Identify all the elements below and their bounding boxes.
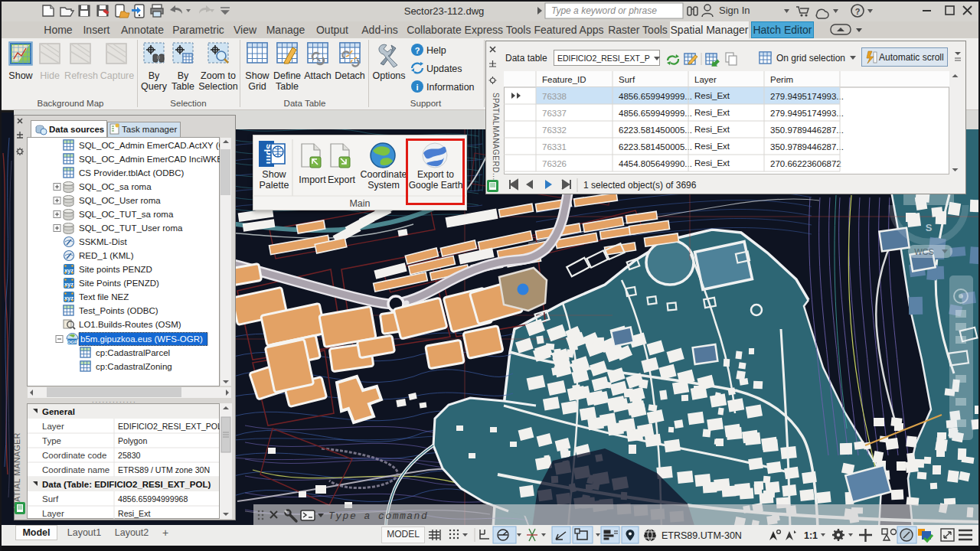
svg-text:4856.659949999...: 4856.659949999... [619,109,692,118]
svg-text:S: S [926,222,933,233]
svg-text:4856.659949999...: 4856.659949999... [619,92,692,101]
svg-text:ETRS89 / UTM zone 30N: ETRS89 / UTM zone 30N [118,465,210,474]
svg-text:Main: Main [349,198,370,209]
svg-text:270.66223606872: 270.66223606872 [770,159,841,168]
svg-text:4454.805649990...: 4454.805649990... [619,159,692,168]
svg-text:350.9789446287...: 350.9789446287... [770,142,844,152]
svg-text:Data sources: Data sources [49,125,104,134]
svg-text:RED_1 (KML): RED_1 (KML) [79,251,134,260]
svg-text:Layer: Layer [694,75,717,84]
svg-text:SQL_OC_User roma: SQL_OC_User roma [79,196,161,205]
svg-text:Layer: Layer [42,509,64,518]
svg-text:WCS: WCS [914,247,934,256]
svg-text:76332: 76332 [542,126,567,135]
svg-text:279.9495174993...: 279.9495174993... [770,92,844,101]
svg-text:Site Points (PENZD): Site Points (PENZD) [79,279,159,288]
svg-text:1 selected object(s) of 3696: 1 selected object(s) of 3696 [583,180,697,191]
svg-text:Type: Type [42,436,61,445]
svg-text:76326: 76326 [542,159,567,168]
svg-text:SQL_OC_Admin EmerCAD.ActXY (O: SQL_OC_Admin EmerCAD.ActXY (O [79,141,220,150]
svg-text:SSKML-Dist: SSKML-Dist [79,237,127,246]
svg-text:LO1.Builds-Routes (OSM): LO1.Builds-Routes (OSM) [79,320,181,329]
svg-text:6223.581450005...: 6223.581450005... [619,142,692,152]
svg-text:25830: 25830 [118,451,141,460]
svg-text:279.9495174993...: 279.9495174993... [770,109,844,118]
svg-text:Coordinate name: Coordinate name [42,465,109,474]
svg-text:76331: 76331 [542,142,567,152]
svg-text:76338: 76338 [542,92,567,101]
svg-text:6223.581450005...: 6223.581450005... [619,126,692,135]
svg-text:76337: 76337 [542,109,567,118]
svg-text:Polygon: Polygon [118,436,147,445]
svg-text:Site points PENZD: Site points PENZD [79,265,152,274]
svg-text:Resi_Ext: Resi_Ext [694,91,730,100]
svg-text:350.9789446287...: 350.9789446287... [770,126,844,135]
svg-text:SQL_OC_TUT_sa roma: SQL_OC_TUT_sa roma [79,210,174,219]
svg-text:Layer: Layer [42,422,64,431]
svg-text:On grid selection: On grid selection [776,53,845,64]
svg-text:CS Provider.tblAct (ODBC): CS Provider.tblAct (ODBC) [79,168,185,178]
svg-text:Resi_Ext: Resi_Ext [694,158,730,168]
svg-text:Type a command: Type a command [328,510,428,522]
svg-text:Resi_Ext: Resi_Ext [118,509,150,518]
svg-text:4856.65994999968: 4856.65994999968 [118,494,188,504]
svg-text:Resi_Ext: Resi_Ext [694,142,730,151]
svg-text:Surf: Surf [619,75,635,84]
svg-text:1:1: 1:1 [804,530,818,541]
svg-text:EDIFICIO2_RESI_EXT_POL: EDIFICIO2_RESI_EXT_POL [118,422,220,431]
svg-text:Surf: Surf [42,494,59,504]
svg-text:ETRS89.UTM-30N: ETRS89.UTM-30N [662,530,742,541]
svg-text:SQL_OC_sa roma: SQL_OC_sa roma [79,182,152,191]
svg-text:cp:CadastralZoning: cp:CadastralZoning [96,362,172,371]
svg-text:b5m.gipuzkoa.eus (WFS-OGR): b5m.gipuzkoa.eus (WFS-OGR) [80,334,203,344]
svg-text:Perim: Perim [770,75,793,84]
svg-text:SQL_OC_Admin EmerCAD InciWKB: SQL_OC_Admin EmerCAD InciWKB [79,155,220,164]
svg-text:Data (Table: EDIFICIO2_RESI_EX: Data (Table: EDIFICIO2_RESI_EXT_POL) [42,480,211,489]
svg-text:Task manager: Task manager [122,125,177,134]
svg-text:Feature_ID: Feature_ID [542,75,586,84]
svg-text:Coordinate code: Coordinate code [42,451,106,460]
svg-text:Test_Points (ODBC): Test_Points (ODBC) [79,306,158,315]
svg-text:SQL_OC_TUT_User roma: SQL_OC_TUT_User roma [79,223,183,233]
svg-text:cp:CadastralParcel: cp:CadastralParcel [96,348,170,357]
svg-text:SPATIALMANAGERD...: SPATIALMANAGERD... [492,93,500,181]
svg-text:Text file NEZ: Text file NEZ [79,292,129,302]
svg-text:Resi_Ext: Resi_Ext [694,108,730,117]
svg-text:Resi_Ext: Resi_Ext [694,125,730,134]
svg-text:General: General [42,407,75,416]
svg-text:OGR: OGR [67,340,78,344]
svg-text:SPATIAL MANAGER: SPATIAL MANAGER [14,432,21,513]
